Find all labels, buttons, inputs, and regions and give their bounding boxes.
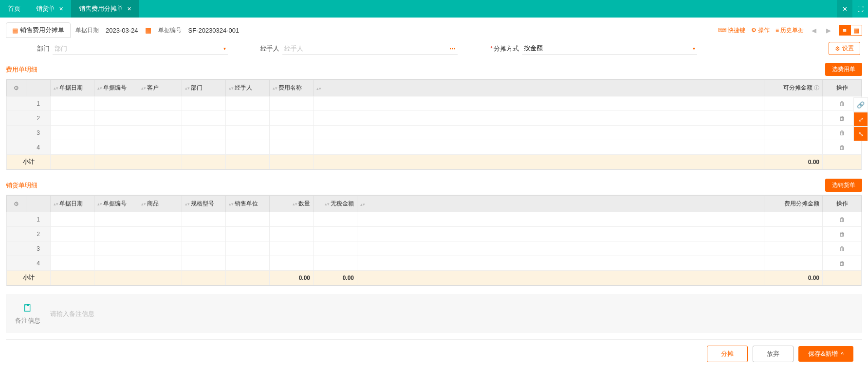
method-select[interactable]	[522, 43, 697, 55]
col-date[interactable]: ▴▾单据日期	[51, 80, 94, 96]
sort-icon: ▴▾	[185, 202, 190, 206]
view-toggle: ≡ ▦	[839, 25, 862, 36]
trash-icon[interactable]: 🗑	[839, 216, 845, 223]
table-row[interactable]: 4🗑	[7, 256, 862, 271]
table-row[interactable]: 2🗑	[7, 111, 862, 126]
attachment-icon[interactable]: 🔗	[853, 97, 868, 112]
calendar-icon[interactable]: ▦	[145, 26, 151, 34]
col-feename[interactable]: ▴▾费用名称	[270, 80, 314, 96]
trash-icon[interactable]: 🗑	[839, 231, 845, 238]
trash-icon[interactable]: 🗑	[839, 129, 845, 136]
table-row[interactable]: 3🗑	[7, 241, 862, 256]
sort-icon: ▴▾	[229, 86, 234, 90]
tab-sales-expense-alloc[interactable]: 销售费用分摊单✕	[71, 0, 139, 18]
subtotal-qty: 0.00	[270, 271, 314, 285]
col-blank[interactable]: ▴▾	[314, 80, 764, 96]
config-column-header[interactable]: ⚙	[7, 80, 26, 96]
remarks-label: 备注信息	[15, 316, 40, 325]
col-spec[interactable]: ▴▾规格型号	[182, 196, 226, 212]
col-dept[interactable]: ▴▾部门	[182, 80, 226, 96]
col-qty[interactable]: ▴▾数量	[270, 196, 314, 212]
expand-icon[interactable]: ⤢	[853, 112, 868, 127]
save-new-button[interactable]: 保存&新增^	[798, 346, 853, 362]
dept-label: 部门	[25, 44, 50, 53]
trash-icon[interactable]: 🗑	[839, 115, 845, 122]
chevron-up-icon: ^	[841, 350, 844, 358]
dept-select[interactable]	[53, 43, 228, 55]
expense-grid: ⚙ ▴▾单据日期 ▴▾单据编号 ▴▾客户 ▴▾部门 ▴▾经手人 ▴▾费用名称 ▴…	[6, 79, 862, 170]
sort-icon: ▴▾	[54, 86, 58, 90]
col-op: 操作	[823, 80, 862, 96]
col-op: 操作	[823, 196, 862, 212]
view-grid-icon[interactable]: ▦	[850, 25, 862, 36]
expense-section-title: 费用单明细	[6, 65, 37, 74]
trash-icon[interactable]: 🗑	[839, 100, 845, 107]
table-row[interactable]: 4🗑	[7, 140, 862, 155]
expand2-icon[interactable]: ⤡	[853, 127, 868, 141]
col-no[interactable]: ▴▾单据编号	[94, 196, 138, 212]
close-all-icon[interactable]: ✕	[837, 0, 852, 18]
close-icon[interactable]: ✕	[59, 6, 63, 12]
gear-icon: ⚙	[751, 27, 757, 34]
sort-icon: ▴▾	[360, 203, 365, 206]
col-blank[interactable]: ▴▾	[357, 196, 764, 212]
sort-icon: ▴▾	[293, 202, 297, 206]
tab-home[interactable]: 首页	[0, 0, 28, 18]
ops-link[interactable]: ⚙操作	[751, 26, 770, 35]
handler-input[interactable]	[282, 43, 458, 55]
sales-grid: ⚙ ▴▾单据日期 ▴▾单据编号 ▴▾商品 ▴▾规格型号 ▴▾销售单位 ▴▾数量 …	[6, 195, 862, 286]
footer-bar: 分摊 放弃 保存&新增^	[6, 339, 862, 368]
doc-header: ▤ 销售费用分摊单 单据日期 2023-03-24 ▦ 单据编号 SF-2023…	[6, 22, 862, 38]
shortcut-link[interactable]: ⌨快捷键	[718, 26, 745, 35]
subtotal-label: 小计	[7, 155, 51, 169]
prev-arrow-icon[interactable]: ◀	[810, 27, 818, 34]
col-alloc-amt[interactable]: 可分摊金额 ⓘ	[764, 80, 823, 96]
next-arrow-icon[interactable]: ▶	[824, 27, 833, 34]
trash-icon[interactable]: 🗑	[839, 245, 845, 252]
table-row[interactable]: 1🗑	[7, 212, 862, 227]
table-row[interactable]: 2🗑	[7, 227, 862, 241]
col-cust[interactable]: ▴▾客户	[138, 80, 182, 96]
close-icon[interactable]: ✕	[127, 6, 131, 12]
fullscreen-icon[interactable]: ⛶	[852, 0, 868, 18]
keyboard-icon: ⌨	[718, 27, 726, 34]
table-row[interactable]: 1🗑	[7, 96, 862, 111]
sort-icon: ▴▾	[141, 86, 146, 90]
subtotal-label: 小计	[7, 271, 51, 285]
tab-sales-order[interactable]: 销货单✕	[28, 0, 71, 18]
select-expense-button[interactable]: 选费用单	[825, 63, 862, 76]
remarks-label-block: 🗒 备注信息	[15, 302, 40, 325]
col-handler[interactable]: ▴▾经手人	[226, 80, 270, 96]
date-value[interactable]: 2023-03-24	[106, 27, 138, 34]
table-row[interactable]: 3🗑	[7, 126, 862, 140]
col-product[interactable]: ▴▾商品	[138, 196, 182, 212]
trash-icon[interactable]: 🗑	[839, 260, 845, 267]
help-icon[interactable]: ⓘ	[814, 85, 819, 91]
col-no[interactable]: ▴▾单据编号	[94, 80, 138, 96]
remarks-input[interactable]	[50, 310, 853, 317]
form-filter-row: 部门 ▾ 经手人 ⋯ *分摊方式 ▾ ⚙设置	[6, 42, 862, 55]
gear-icon: ⚙	[14, 201, 19, 207]
view-list-icon[interactable]: ≡	[839, 25, 850, 36]
doc-type-label: 销售费用分摊单	[20, 26, 64, 35]
doc-type-tab[interactable]: ▤ 销售费用分摊单	[6, 22, 71, 38]
gear-icon: ⚙	[835, 45, 840, 52]
side-rail: 🔗 ⤢ ⤡	[853, 97, 868, 141]
more-icon[interactable]: ⋯	[449, 45, 456, 52]
col-fee-alloc[interactable]: 费用分摊金额	[764, 196, 823, 212]
select-sales-button[interactable]: 选销货单	[825, 179, 862, 192]
trash-icon[interactable]: 🗑	[839, 144, 845, 151]
rownum-header	[26, 196, 51, 212]
config-column-header[interactable]: ⚙	[7, 196, 26, 212]
sort-icon: ▴▾	[185, 86, 190, 90]
method-label: *分摊方式	[480, 44, 519, 53]
col-unit[interactable]: ▴▾销售单位	[226, 196, 270, 212]
discard-button[interactable]: 放弃	[753, 346, 794, 362]
col-notax[interactable]: ▴▾无税金额	[314, 196, 357, 212]
settings-button[interactable]: ⚙设置	[829, 42, 860, 55]
document-icon: ▤	[12, 27, 18, 34]
allocate-button[interactable]: 分摊	[707, 346, 748, 362]
col-date[interactable]: ▴▾单据日期	[51, 196, 94, 212]
rownum-header	[26, 80, 51, 96]
history-link[interactable]: ≡历史单据	[776, 26, 804, 35]
